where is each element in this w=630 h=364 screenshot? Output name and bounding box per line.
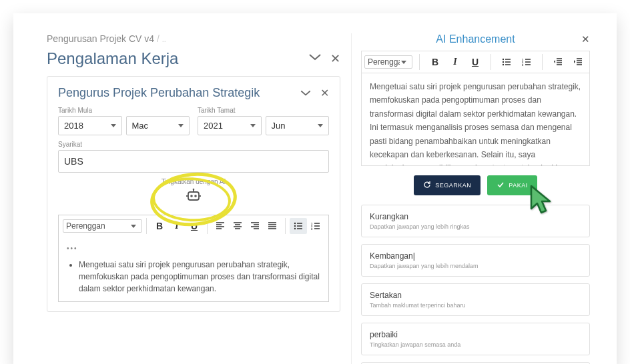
right-number-list-button[interactable]: 123 xyxy=(518,54,535,70)
text-cursor xyxy=(413,251,415,261)
number-list-button[interactable]: 123 xyxy=(307,218,324,234)
svg-point-8 xyxy=(294,225,296,227)
end-date-label: Tarikh Tamat xyxy=(198,107,329,114)
svg-point-14 xyxy=(503,61,504,63)
more-icon[interactable]: ••• xyxy=(67,243,320,253)
end-month-select[interactable]: Jun xyxy=(266,116,330,135)
left-editor[interactable]: ••• Mengetuai satu siri projek pengurusa… xyxy=(58,237,329,302)
format-select[interactable]: Perenggan xyxy=(63,219,142,233)
collapse-icon[interactable] xyxy=(309,51,321,66)
company-label: Syarikat xyxy=(58,141,329,148)
start-year-select[interactable]: 2018 xyxy=(58,116,122,135)
right-format-select[interactable]: Perenggan xyxy=(364,55,412,69)
svg-point-9 xyxy=(294,228,296,229)
option-improve[interactable]: perbaiki Tingkatkan jawapan semasa anda xyxy=(361,323,590,355)
right-italic-button[interactable]: I xyxy=(446,54,464,70)
start-date-label: Tarikh Mula xyxy=(58,107,190,114)
right-bullet-list-button[interactable] xyxy=(498,54,515,70)
end-year-select[interactable]: 2021 xyxy=(198,116,262,135)
experience-card: Pengurus Projek Perubahan Strategik ✕ Ta… xyxy=(47,76,340,312)
card-collapse-icon[interactable] xyxy=(300,87,311,99)
breadcrumb: Pengurusan Projek CV v4 / .. xyxy=(47,33,340,44)
outdent-button[interactable] xyxy=(549,54,567,70)
refresh-icon xyxy=(423,181,431,190)
start-month-select[interactable]: Mac xyxy=(126,116,190,135)
bullet-list-button[interactable] xyxy=(290,218,307,234)
right-underline-button[interactable]: U xyxy=(466,54,484,70)
option-include[interactable]: Sertakan Tambah maklumat terperinci baha… xyxy=(361,283,590,316)
editor-bullet: Mengetuai satu siri projek pengurusan pe… xyxy=(79,259,320,295)
align-right-button[interactable] xyxy=(246,218,264,234)
svg-point-7 xyxy=(294,223,296,224)
close-icon[interactable]: ✕ xyxy=(330,51,340,66)
svg-point-15 xyxy=(503,64,504,65)
refresh-button[interactable]: SEGARKAN xyxy=(414,175,481,195)
svg-text:3: 3 xyxy=(311,227,313,231)
option-expand[interactable]: Kembangan Dapatkan jawapan yang lebih me… xyxy=(361,244,590,277)
right-panel-title: AI Enhancement xyxy=(436,33,515,45)
svg-text:3: 3 xyxy=(522,63,524,67)
apply-button[interactable]: PAKAI xyxy=(487,175,537,195)
right-close-icon[interactable]: ✕ xyxy=(581,33,590,45)
right-toolbar: Perenggan B I U 123 xyxy=(361,51,590,73)
svg-point-13 xyxy=(503,59,504,60)
card-close-icon[interactable]: ✕ xyxy=(320,87,329,99)
section-title: Pengalaman Kerja xyxy=(47,49,178,68)
right-editor[interactable]: Mengetuai satu siri projek pengurusan pe… xyxy=(361,73,590,166)
align-justify-button[interactable] xyxy=(264,218,281,234)
indent-button[interactable] xyxy=(569,54,587,70)
check-icon xyxy=(497,181,505,190)
card-title: Pengurus Projek Perubahan Strategik xyxy=(58,86,260,100)
right-bold-button[interactable]: B xyxy=(426,54,444,70)
company-input[interactable] xyxy=(58,150,329,173)
align-center-button[interactable] xyxy=(229,218,246,234)
option-shorten[interactable]: Kurangkan Dapatkan jawapan yang lebih ri… xyxy=(361,205,590,237)
